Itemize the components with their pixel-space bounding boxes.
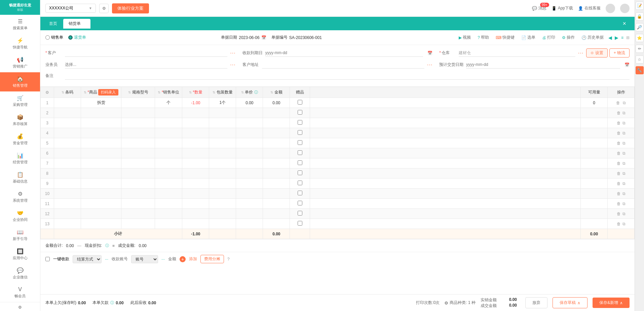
sidebar-item-wechat[interactable]: 💬 企业微信 — [0, 264, 40, 283]
copy-icon[interactable]: ⧉ — [622, 222, 626, 226]
gift-checkbox[interactable] — [298, 211, 302, 216]
salesperson-dots-icon[interactable]: ··· — [230, 62, 235, 68]
payment-due-calendar-icon[interactable]: 📅 — [427, 51, 432, 55]
sidebar-item-member[interactable]: V 畅会员 — [0, 283, 40, 302]
sales-order-radio-input[interactable] — [45, 35, 50, 40]
sidebar-item-search[interactable]: ☰ 搜索菜单 — [0, 15, 40, 34]
customer-addr-dots-icon[interactable]: ··· — [427, 62, 432, 68]
sales-order-radio[interactable]: 销售单 — [45, 35, 63, 40]
row-price[interactable]: 0.00 — [236, 98, 263, 108]
total-due-info-icon[interactable]: ⓘ — [110, 300, 114, 305]
gift-checkbox[interactable] — [298, 140, 302, 145]
customer-dots-icon[interactable]: ··· — [230, 50, 235, 56]
payment-due-input[interactable] — [265, 49, 423, 57]
delete-icon[interactable]: 🗑 — [617, 211, 621, 216]
sidebar-item-apps[interactable]: 🔲 应用中心 — [0, 245, 40, 264]
delete-icon[interactable]: 🗑 — [617, 191, 621, 196]
add-payment-btn[interactable]: + — [180, 256, 186, 262]
row-packqty[interactable]: 1个 — [209, 98, 236, 108]
th-settings[interactable]: ⚙ — [41, 87, 54, 98]
customer-input[interactable] — [65, 49, 227, 57]
company-selector[interactable]: XXXXXX公司 ▼ — [45, 4, 96, 13]
copy-icon[interactable]: ⧉ — [622, 181, 626, 186]
sidebar-item-marketing[interactable]: 📢 营销推广 — [0, 53, 40, 72]
user-avatar2[interactable] — [620, 4, 630, 13]
delete-icon[interactable]: 🗑 — [617, 131, 621, 135]
copy-icon[interactable]: ⧉ — [622, 201, 626, 206]
toolbar-select-btn[interactable]: 📄 选单 — [519, 34, 537, 41]
copy-icon[interactable]: ⧉ — [622, 131, 626, 135]
one-click-payment-checkbox[interactable] — [45, 257, 50, 261]
gift-checkbox[interactable] — [298, 221, 302, 226]
gift-checkbox[interactable] — [298, 201, 302, 205]
gift-checkbox[interactable] — [298, 191, 302, 195]
close-window-icon[interactable]: × — [622, 20, 626, 27]
sidebar-item-purchase[interactable]: 🛒 采购管理 — [0, 91, 40, 111]
copy-icon[interactable]: ⧉ — [622, 111, 626, 115]
row-spec[interactable] — [121, 98, 155, 108]
return-order-radio-input[interactable] — [68, 35, 73, 40]
tab-close-icon[interactable]: × — [82, 21, 85, 26]
notes-input[interactable] — [65, 72, 630, 80]
tab-sales-order[interactable]: 销货单 × — [63, 19, 90, 29]
user-avatar[interactable] — [606, 4, 615, 13]
expected-date-input[interactable] — [466, 61, 620, 69]
right-panel-icon-1[interactable]: 📝 — [636, 2, 644, 10]
sidebar-item-sales[interactable]: 🏠 销售管理 — [0, 72, 40, 91]
row-unit[interactable]: 个 — [155, 98, 182, 108]
right-panel-icon-2[interactable]: 🔒 — [636, 12, 644, 21]
setting-button[interactable]: ⊙ 设置 — [586, 48, 607, 57]
delete-icon[interactable]: 🗑 — [617, 181, 621, 186]
app-download-btn[interactable]: 📱 App下载 — [552, 5, 573, 11]
row-amount[interactable]: 0.00 — [263, 98, 290, 108]
right-panel-icon-4[interactable]: ⭐ — [636, 34, 644, 42]
message-btn[interactable]: 💬 消息 99+ — [532, 5, 546, 11]
right-panel-icon-3[interactable]: 🔎 — [636, 23, 644, 31]
delete-icon[interactable]: 🗑 — [617, 121, 621, 125]
payment-method-select[interactable]: 结算方式 — [73, 255, 102, 263]
payment-help-icon[interactable]: ? — [227, 257, 230, 262]
right-panel-icon-5[interactable]: ✏ — [636, 45, 644, 53]
delete-icon[interactable]: 🗑 — [617, 141, 621, 146]
row-qty[interactable]: -1.00 — [182, 98, 209, 108]
sidebar-item-business[interactable]: 📊 经营管理 — [0, 149, 40, 168]
sidebar-item-finance[interactable]: 💰 资金管理 — [0, 130, 40, 149]
view-list-icon[interactable]: ≡ — [621, 35, 623, 40]
discount-info-icon[interactable]: ⓘ — [105, 243, 109, 248]
gift-checkbox[interactable] — [298, 130, 302, 135]
salesperson-input[interactable] — [65, 61, 227, 69]
return-order-radio[interactable]: 退货单 — [68, 35, 86, 40]
copy-icon[interactable]: ⧉ — [622, 171, 626, 176]
warehouse-input[interactable] — [459, 49, 575, 57]
header-settings-btn[interactable]: ⚙ — [99, 4, 109, 13]
gift-checkbox[interactable] — [298, 110, 302, 115]
toolbar-video-btn[interactable]: ▶ 视频 — [457, 34, 473, 41]
right-panel-icon-7[interactable]: 🔧 — [636, 66, 644, 74]
toolbar-history-btn[interactable]: 🕐 历史单据 — [579, 34, 606, 41]
calendar-icon[interactable]: 📅 — [261, 35, 266, 40]
gift-checkbox[interactable] — [298, 120, 302, 125]
toolbar-shortcut-btn[interactable]: ⌨ 快捷键 — [494, 34, 517, 41]
trial-button[interactable]: 体验行业方案 — [112, 3, 149, 13]
tab-home[interactable]: 首页 — [44, 19, 63, 29]
account-dots-icon[interactable]: ··· — [161, 257, 165, 262]
sidebar-item-basic[interactable]: 📋 基础信息 — [0, 168, 40, 187]
delete-icon[interactable]: 🗑 — [617, 201, 621, 206]
logistics-button[interactable]: + 物流 — [609, 48, 630, 57]
copy-icon[interactable]: ⧉ — [622, 211, 626, 216]
row-note[interactable] — [310, 98, 581, 108]
right-panel-icon-6[interactable]: ☆ — [636, 55, 644, 64]
gift-checkbox[interactable] — [298, 170, 302, 175]
sidebar-item-system[interactable]: ⚙ 系统管理 — [0, 187, 40, 206]
save-draft-button[interactable]: 保存草稿 ∧ — [553, 297, 588, 308]
delete-icon[interactable]: 🗑 — [616, 101, 620, 105]
delete-icon[interactable]: 🗑 — [617, 161, 621, 166]
row-gift[interactable] — [290, 98, 310, 108]
gift-checkbox[interactable] — [298, 150, 302, 155]
save-new-button[interactable]: 保存&新增 ∧ — [593, 298, 630, 308]
delete-icon[interactable]: 🗑 — [617, 222, 621, 226]
delete-icon[interactable]: 🗑 — [617, 151, 621, 156]
expense-split-btn[interactable]: 费用分摊 — [200, 255, 224, 263]
nav-prev-icon[interactable]: ◀ — [608, 35, 612, 40]
copy-icon[interactable]: ⧉ — [622, 161, 626, 166]
